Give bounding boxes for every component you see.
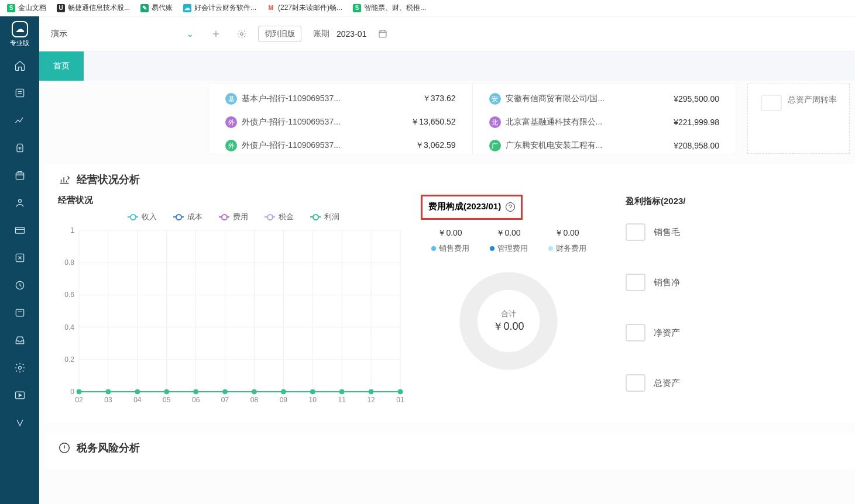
profit-item[interactable]: 净资产 [626,308,842,358]
bookmark-item[interactable]: M(227封未读邮件)畅... [267,3,342,13]
bookmark-item[interactable]: S金山文档 [7,3,46,13]
account-row[interactable]: 外外债户-招行-1109069537...￥13,650.52 [225,111,456,134]
switch-oldversion-button[interactable]: 切到旧版 [258,26,301,42]
bookmark-icon: S [7,4,15,12]
highlighted-title-box: 费用构成(2023/01) ? [421,195,523,220]
nav-video-icon[interactable] [0,381,39,409]
account-badge-icon: 基 [225,93,237,105]
chart-title: 经营状况 [58,195,409,206]
left-nav-rail: ☁ 专业版 [0,16,39,504]
app-logo: ☁ 专业版 [0,16,39,51]
legend-item[interactable]: 税金 [265,212,294,222]
bookmark-label: (227封未读邮件)畅... [278,3,342,13]
calendar-icon[interactable] [373,25,392,43]
account-name: 安徽有信商贸有限公司/国... [506,94,605,104]
profit-item[interactable]: 销售净 [626,257,842,308]
profit-item-icon [626,223,645,241]
svg-text:01: 01 [396,396,404,404]
svg-point-56 [339,389,344,394]
nav-asset-icon[interactable] [0,161,39,189]
svg-text:0: 0 [70,388,74,396]
bookmark-item[interactable]: ✎易代账 [140,3,173,13]
help-icon[interactable]: ? [506,202,515,212]
nav-salary-icon[interactable] [0,189,39,216]
brand-label: 专业版 [10,39,29,47]
nav-v-icon[interactable] [0,409,39,436]
account-badge-icon: 外 [225,116,237,128]
bookmark-item[interactable]: ☁好会计云财务软件... [183,3,256,13]
bookmark-item[interactable]: U畅捷通信息技术股... [57,3,130,13]
account-amount: ￥373.62 [423,94,456,104]
accounts-right-col: 安安徽有信商贸有限公司/国...¥295,500.00北北京富基融通科技有限公.… [472,84,736,154]
svg-rect-6 [16,309,23,316]
tab-bar: 首页 [39,51,855,81]
nav-inbox-icon[interactable] [0,326,39,354]
business-chart: 经营状况 收入成本费用税金利润 00.20.40.60.810203040506… [58,195,409,408]
org-selector[interactable]: 演示 ⌄ [45,23,200,44]
svg-rect-10 [379,30,386,37]
bookmark-icon: U [57,4,65,12]
cost-value-fin: ￥0.00 [555,228,579,239]
account-amount: ¥295,500.00 [674,94,719,103]
cost-value-sales: ￥0.00 [438,228,462,239]
account-badge-icon: 外 [225,140,237,151]
profit-title: 盈利指标(2023/ [626,196,842,207]
nav-report-icon[interactable] [0,106,39,134]
bookmarks-bar: S金山文档 U畅捷通信息技术股... ✎易代账 ☁好会计云财务软件... M(2… [0,0,855,16]
svg-text:0.8: 0.8 [64,258,74,267]
legend-fin[interactable]: 财务费用 [548,243,586,254]
org-label: 演示 [51,29,67,39]
nav-settings-icon[interactable] [0,354,39,381]
nav-archive-icon[interactable] [0,299,39,326]
svg-text:05: 05 [163,396,171,404]
account-name: 广东腾安机电安装工程有... [506,140,603,151]
period-label: 账期 [313,29,329,39]
nav-home-icon[interactable] [0,51,39,79]
bookmark-label: 易代账 [152,3,173,13]
account-row[interactable]: 基基本户-招行-1109069537...￥373.62 [225,87,456,111]
svg-rect-3 [15,227,24,233]
profit-item[interactable]: 销售毛 [626,207,842,257]
legend-item[interactable]: 费用 [219,212,248,222]
account-badge-icon: 北 [489,116,501,128]
profit-item-icon [626,274,645,291]
account-row[interactable]: 安安徽有信商贸有限公司/国...¥295,500.00 [489,87,720,111]
legend-item[interactable]: 利润 [310,212,339,222]
kpi-label: 总资产周转率 [788,95,837,105]
chart-plot[interactable]: 00.20.40.60.81020304050607080910111201 [58,225,406,407]
svg-text:0.4: 0.4 [64,323,74,332]
cost-value-mgmt: ￥0.00 [496,228,520,239]
svg-point-51 [194,389,198,394]
nav-voucher-icon[interactable] [0,79,39,106]
profit-item-icon [626,374,645,392]
bookmark-icon: ✎ [140,4,149,12]
legend-item[interactable]: 成本 [173,212,202,222]
account-row[interactable]: 广广东腾安机电安装工程有...¥208,958.00 [489,134,720,157]
nav-closing-icon[interactable] [0,271,39,299]
svg-text:02: 02 [75,396,83,404]
tax-risk-panel: 税务风险分析 [45,433,855,469]
kpi-turnover-card[interactable]: 总资产周转率 [747,84,850,154]
svg-text:10: 10 [309,396,317,404]
svg-point-55 [310,389,315,394]
legend-sales[interactable]: 销售费用 [431,243,469,254]
bookmark-item[interactable]: S智能票、财、税推... [353,3,426,13]
nav-cash-icon[interactable] [0,134,39,161]
bookmark-icon: S [353,4,361,12]
legend-mgmt[interactable]: 管理费用 [490,243,528,254]
svg-point-58 [398,389,403,394]
tab-home[interactable]: 首页 [39,51,84,81]
profit-item-icon [626,324,645,341]
profit-item[interactable]: 总资产 [626,358,842,408]
panel-title: 经营状况分析 [58,172,842,187]
account-row[interactable]: 外外债户-招行-1109069537...￥3,062.59 [225,134,456,157]
add-button[interactable] [207,25,225,43]
nav-invoice-icon[interactable] [0,216,39,244]
nav-tax-icon[interactable] [0,244,39,271]
chevron-down-icon: ⌄ [187,29,194,39]
gear-icon[interactable] [232,25,251,43]
legend-item[interactable]: 收入 [128,212,157,222]
account-row[interactable]: 北北京富基融通科技有限公...¥221,999.98 [489,111,720,134]
svg-text:04: 04 [133,396,142,404]
account-name: 北京富基融通科技有限公... [506,117,603,127]
